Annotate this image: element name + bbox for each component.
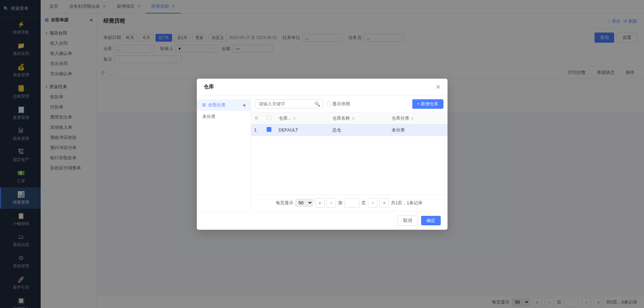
modal-header: 仓库 ✕ [197, 79, 448, 96]
warehouse-modal: 仓库 ✕ ⊞ 全部分类 ◀ 未分类 🔍 显 [197, 79, 448, 230]
modal-page-suffix: 页 [361, 200, 366, 206]
row-checkbox[interactable] [267, 127, 271, 132]
sort-icon-category[interactable]: ⇅ [411, 117, 414, 120]
add-warehouse-button[interactable]: + 新增仓库 [412, 99, 443, 109]
modal-left-panel: ⊞ 全部分类 ◀ 未分类 [197, 96, 251, 211]
sort-icon-name[interactable]: ⇅ [352, 117, 354, 120]
th-cog: ⚙ [251, 112, 263, 124]
row-code: DEFAULT [275, 124, 329, 136]
per-page-label: 每页显示 [276, 200, 293, 206]
modal-category-uncategorized[interactable]: 未分类 [197, 111, 251, 122]
modal-title: 仓库 [204, 84, 214, 90]
modal-prev-btn[interactable]: ‹ [327, 198, 336, 208]
modal-pagination: 每页显示 50 20 100 « ‹ 第 1 页 › » 共1页，1条记录 [251, 194, 448, 211]
th-name: 仓库名称 ⇅ [329, 112, 388, 124]
confirm-button[interactable]: 确定 [421, 216, 441, 225]
show-disabled-checkbox[interactable] [326, 102, 331, 106]
collapse-left-btn[interactable]: ◀ [242, 103, 245, 107]
row-num: 1 [251, 124, 263, 136]
modal-next-btn[interactable]: › [368, 198, 377, 208]
modal-table: ⚙ 仓库... ⇅ 仓库名称 ⇅ [251, 112, 448, 136]
modal-search-input[interactable] [255, 99, 323, 108]
modal-first-btn[interactable]: « [315, 198, 325, 208]
row-category: 未分类 [388, 124, 448, 136]
grid-icon2: ⊞ [202, 102, 206, 107]
table-row[interactable]: 1 DEFAULT 总仓 未分类 [251, 124, 448, 136]
modal-last-btn[interactable]: » [379, 198, 389, 208]
cancel-button[interactable]: 取消 [397, 215, 418, 226]
row-check [263, 124, 275, 136]
modal-page-input[interactable]: 1 [345, 198, 359, 208]
modal-per-page-select[interactable]: 50 20 100 [295, 199, 313, 207]
modal-close-button[interactable]: ✕ [436, 83, 441, 91]
modal-total-label: 共1页，1条记录 [391, 200, 422, 206]
modal-toolbar: 🔍 显示停用 + 新增仓库 [251, 96, 448, 112]
modal-search-icon: 🔍 [314, 101, 320, 107]
sort-icon-code[interactable]: ⇅ [293, 117, 296, 120]
modal-search-wrap: 🔍 [255, 99, 323, 108]
modal-footer: 取消 确定 [197, 211, 448, 230]
modal-page-label: 第 [338, 200, 342, 206]
modal-body: ⊞ 全部分类 ◀ 未分类 🔍 显示停用 + 新增仓库 [197, 96, 448, 211]
modal-table-wrap: ⚙ 仓库... ⇅ 仓库名称 ⇅ [251, 112, 448, 194]
modal-right-panel: 🔍 显示停用 + 新增仓库 ⚙ [251, 96, 448, 211]
show-disabled-label[interactable]: 显示停用 [326, 101, 350, 107]
row-name: 总仓 [329, 124, 388, 136]
th-check [263, 112, 275, 124]
th-code: 仓库... ⇅ [275, 112, 329, 124]
modal-category-all[interactable]: ⊞ 全部分类 ◀ [197, 99, 251, 111]
th-checkbox[interactable] [267, 115, 271, 120]
th-category: 仓库分类 ⇅ [388, 112, 448, 124]
th-cog-icon: ⚙ [254, 116, 258, 121]
